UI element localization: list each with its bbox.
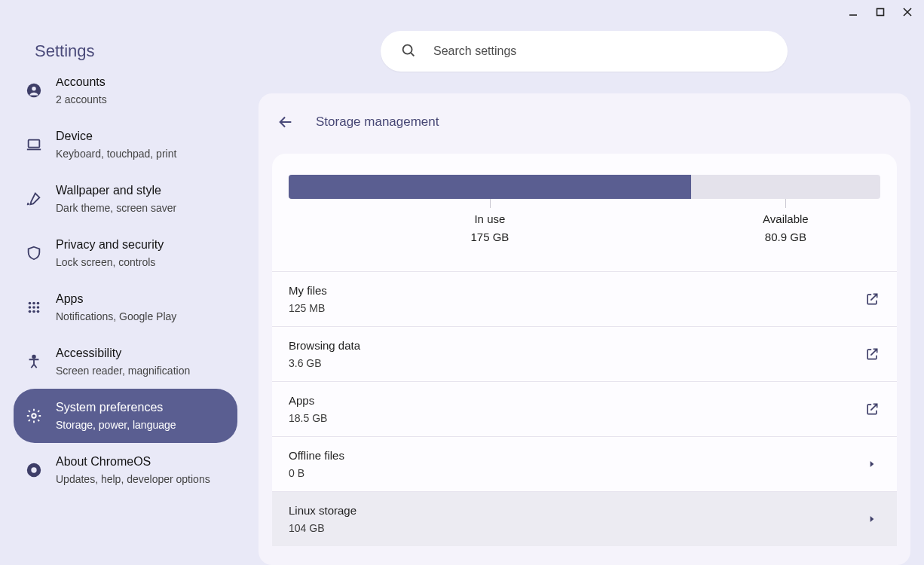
row-title: Offline files xyxy=(289,447,344,464)
svg-point-22 xyxy=(31,467,36,472)
svg-point-19 xyxy=(32,356,35,359)
sidebar-item-label: Privacy and security xyxy=(56,237,164,253)
row-sub: 125 MB xyxy=(289,301,327,316)
sidebar-item-label: Device xyxy=(56,128,176,145)
chevron-right-icon xyxy=(864,456,880,472)
svg-point-20 xyxy=(32,414,36,418)
sidebar-item-system-preferences[interactable]: System preferences Storage, power, langu… xyxy=(14,389,237,443)
sidebar-item-sublabel: Updates, help, developer options xyxy=(56,472,210,487)
svg-point-15 xyxy=(37,306,40,309)
sidebar-item-sublabel: Keyboard, touchpad, print xyxy=(56,146,176,161)
window-titlebar xyxy=(0,0,924,24)
chrome-icon xyxy=(26,462,42,478)
available-label: Available xyxy=(763,211,809,228)
sidebar-item-sublabel: Lock screen, controls xyxy=(56,255,164,270)
storage-bar: In use 175 GB Available 80.9 GB xyxy=(289,175,880,199)
storage-bar-used xyxy=(289,175,691,199)
search-box[interactable] xyxy=(381,31,788,72)
search-icon xyxy=(400,42,418,60)
svg-point-18 xyxy=(37,310,40,313)
sidebar-item-sublabel: 2 accounts xyxy=(56,92,107,107)
sidebar-item-sublabel: Storage, power, language xyxy=(56,417,176,432)
svg-point-12 xyxy=(37,302,40,305)
row-offline-files[interactable]: Offline files 0 B xyxy=(272,436,897,491)
apps-grid-icon xyxy=(26,299,42,316)
row-sub: 3.6 GB xyxy=(289,356,360,371)
window-minimize-button[interactable] xyxy=(843,2,864,23)
external-link-icon xyxy=(864,291,880,307)
sidebar: Accounts 2 accounts Device Keyboard, tou… xyxy=(0,78,243,565)
search-input[interactable] xyxy=(433,44,776,58)
svg-point-7 xyxy=(32,87,36,91)
sidebar-item-label: About ChromeOS xyxy=(56,454,210,470)
row-title: My files xyxy=(289,282,327,299)
row-my-files[interactable]: My files 125 MB xyxy=(272,271,897,326)
in-use-label: In use xyxy=(470,211,509,228)
row-sub: 18.5 GB xyxy=(289,411,327,426)
sidebar-item-label: Wallpaper and style xyxy=(56,182,176,199)
svg-point-11 xyxy=(32,302,35,305)
brush-icon xyxy=(26,191,42,207)
chevron-right-icon xyxy=(864,511,880,527)
external-link-icon xyxy=(864,401,880,417)
svg-line-5 xyxy=(411,53,414,56)
sidebar-item-sublabel: Screen reader, magnification xyxy=(56,363,190,378)
svg-point-17 xyxy=(32,310,35,313)
page-title: Storage management xyxy=(316,115,439,130)
window-close-button[interactable] xyxy=(897,2,918,23)
accessibility-icon xyxy=(26,353,42,370)
svg-rect-1 xyxy=(877,9,884,16)
external-link-icon xyxy=(864,346,880,362)
row-linux-storage[interactable]: Linux storage 104 GB xyxy=(272,491,897,546)
available-value: 80.9 GB xyxy=(763,229,809,246)
sidebar-item-about[interactable]: About ChromeOS Updates, help, developer … xyxy=(14,443,237,497)
sidebar-item-accessibility[interactable]: Accessibility Screen reader, magnificati… xyxy=(14,334,237,389)
row-sub: 104 GB xyxy=(289,521,356,536)
sidebar-item-accounts[interactable]: Accounts 2 accounts xyxy=(14,78,237,118)
content-card: Storage management In use 175 GB Availab… xyxy=(259,93,910,565)
row-apps[interactable]: Apps 18.5 GB xyxy=(272,381,897,436)
svg-point-4 xyxy=(403,45,412,54)
svg-point-10 xyxy=(29,302,32,305)
in-use-value: 175 GB xyxy=(470,229,509,246)
sidebar-item-privacy[interactable]: Privacy and security Lock screen, contro… xyxy=(14,226,237,280)
sidebar-item-wallpaper[interactable]: Wallpaper and style Dark theme, screen s… xyxy=(14,172,237,226)
account-icon xyxy=(26,82,42,99)
sidebar-item-device[interactable]: Device Keyboard, touchpad, print xyxy=(14,118,237,172)
gear-icon xyxy=(26,408,42,424)
row-title: Browsing data xyxy=(289,337,360,354)
sidebar-item-label: System preferences xyxy=(56,399,176,416)
svg-point-16 xyxy=(29,310,32,313)
svg-rect-8 xyxy=(29,140,40,148)
svg-point-14 xyxy=(32,306,35,309)
window-maximize-button[interactable] xyxy=(870,2,891,23)
sidebar-item-apps[interactable]: Apps Notifications, Google Play xyxy=(14,280,237,334)
shield-icon xyxy=(26,245,42,261)
app-title: Settings xyxy=(0,41,381,61)
back-button[interactable] xyxy=(271,107,301,137)
sidebar-item-sublabel: Notifications, Google Play xyxy=(56,309,176,324)
sidebar-item-label: Apps xyxy=(56,291,176,307)
sidebar-item-label: Accounts xyxy=(56,78,107,90)
sidebar-item-label: Accessibility xyxy=(56,345,190,362)
storage-panel: In use 175 GB Available 80.9 GB My files… xyxy=(272,154,897,546)
row-title: Linux storage xyxy=(289,502,356,519)
svg-point-13 xyxy=(29,306,32,309)
laptop-icon xyxy=(26,136,42,153)
row-sub: 0 B xyxy=(289,466,344,481)
row-browsing-data[interactable]: Browsing data 3.6 GB xyxy=(272,326,897,381)
row-title: Apps xyxy=(289,392,327,409)
sidebar-item-sublabel: Dark theme, screen saver xyxy=(56,200,176,215)
